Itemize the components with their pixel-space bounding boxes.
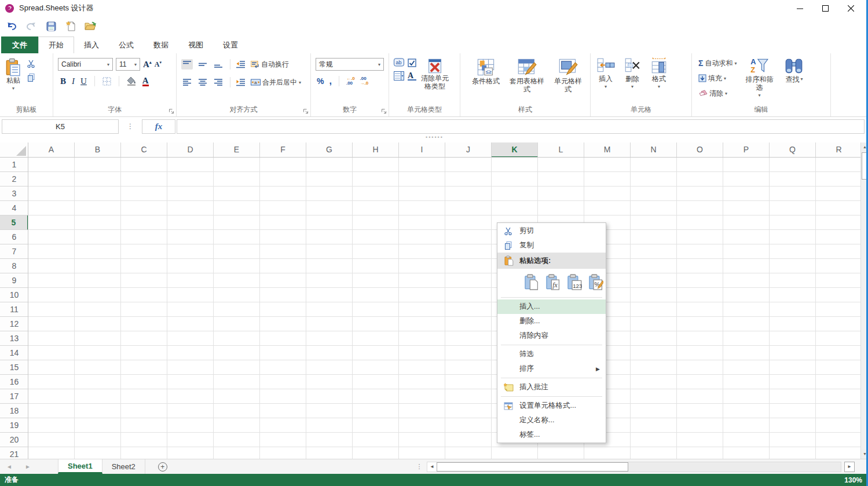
column-header-P[interactable]: P	[723, 142, 770, 158]
menu-item-delete[interactable]: 删除...	[497, 314, 606, 328]
insert-cells-button[interactable]: 插入 ▾	[596, 57, 615, 91]
align-bottom-button[interactable]	[213, 59, 224, 70]
formula-grid-splitter[interactable]: ••••••	[426, 136, 442, 140]
tab-file[interactable]: 文件	[1, 36, 38, 53]
row-header-7[interactable]: 7	[0, 244, 28, 259]
increase-decimal-button[interactable]: ←.0.00	[346, 76, 355, 86]
save-button[interactable]	[44, 19, 58, 33]
sheet-tab-sheet2[interactable]: Sheet2	[102, 459, 145, 474]
row-header-9[interactable]: 9	[0, 273, 28, 288]
tab-view[interactable]: 视图	[178, 36, 213, 53]
row-header-1[interactable]: 1	[0, 158, 28, 172]
menu-item-copy[interactable]: 复制	[497, 238, 606, 253]
sheet-nav-prev-button[interactable]: ◄	[0, 459, 19, 474]
tab-formulas[interactable]: 公式	[109, 36, 144, 53]
cut-button[interactable]	[27, 59, 36, 68]
fill-color-button[interactable]	[127, 76, 137, 86]
select-all-corner[interactable]	[0, 142, 28, 158]
underline-button[interactable]: U	[80, 76, 87, 86]
row-header-10[interactable]: 10	[0, 288, 28, 302]
menu-item-cut[interactable]: 剪切	[497, 224, 606, 238]
sheet-nav-next-button[interactable]: ►	[19, 459, 37, 474]
decrease-decimal-button[interactable]: .00→.0	[360, 76, 369, 86]
new-file-button[interactable]	[64, 19, 78, 33]
column-header-R[interactable]: R	[816, 142, 860, 158]
add-sheet-button[interactable]: +	[145, 459, 180, 474]
increase-font-button[interactable]: A▴	[143, 59, 152, 70]
comma-style-button[interactable]: ,	[329, 76, 331, 86]
column-header-C[interactable]: C	[121, 142, 167, 158]
row-header-6[interactable]: 6	[0, 230, 28, 244]
menu-item-tag[interactable]: 标签...	[497, 427, 606, 442]
clear-celltype-button[interactable]: 清除单元格类型	[420, 58, 450, 90]
row-header-3[interactable]: 3	[0, 187, 28, 201]
column-header-H[interactable]: H	[353, 142, 399, 158]
row-header-15[interactable]: 15	[0, 360, 28, 375]
checkbox-celltype-button[interactable]	[408, 59, 416, 67]
align-top-button[interactable]	[181, 59, 193, 70]
column-header-L[interactable]: L	[538, 142, 584, 158]
clear-button[interactable]: 清除 ▾	[697, 87, 738, 100]
minimize-button[interactable]	[787, 0, 812, 16]
formula-bar-handle[interactable]: ⋮	[119, 122, 142, 130]
zoom-level-label[interactable]: 130%	[844, 476, 862, 484]
align-right-button[interactable]	[213, 77, 224, 87]
column-header-M[interactable]: M	[584, 142, 631, 158]
paste-button-all[interactable]	[523, 272, 540, 292]
horizontal-scrollbar[interactable]: ◄	[427, 462, 841, 472]
italic-button[interactable]: I	[72, 76, 75, 86]
sheet-bar-handle[interactable]: ⋮	[415, 459, 424, 474]
menu-item-format-cells[interactable]: 设置单元格格式...	[497, 399, 606, 413]
redo-button[interactable]	[24, 19, 38, 33]
row-header-18[interactable]: 18	[0, 404, 28, 418]
font-color-button[interactable]: A	[142, 76, 149, 86]
menu-item-insert-comment[interactable]: 插入批注	[497, 380, 606, 394]
wrap-text-button[interactable]: 自动换行	[249, 58, 291, 71]
tab-settings[interactable]: 设置	[213, 36, 248, 53]
row-header-12[interactable]: 12	[0, 317, 28, 331]
column-header-D[interactable]: D	[167, 142, 214, 158]
tab-data[interactable]: 数据	[144, 36, 178, 53]
row-header-2[interactable]: 2	[0, 172, 28, 187]
column-header-E[interactable]: E	[214, 142, 260, 158]
decrease-font-button[interactable]: A▾	[155, 60, 162, 69]
horizontal-scroll-thumb[interactable]	[437, 462, 628, 472]
formula-input[interactable]	[177, 119, 865, 134]
text-celltype-button[interactable]: ab	[394, 58, 404, 67]
cell-styles-button[interactable]: 单元格样式	[550, 57, 586, 93]
format-as-table-button[interactable]: 套用表格样式	[510, 57, 544, 93]
alignment-dialog-launcher[interactable]	[303, 108, 309, 114]
row-header-17[interactable]: 17	[0, 389, 28, 404]
column-header-G[interactable]: G	[306, 142, 353, 158]
menu-item-define-name[interactable]: 定义名称...	[497, 413, 606, 427]
column-header-N[interactable]: N	[631, 142, 677, 158]
column-header-O[interactable]: O	[677, 142, 723, 158]
menu-item-clear-contents[interactable]: 清除内容	[497, 328, 606, 343]
fx-button[interactable]: fx	[142, 119, 175, 134]
name-box[interactable]: K5	[2, 119, 119, 134]
menu-item-filter[interactable]: 筛选	[497, 347, 606, 361]
decrease-indent-button[interactable]	[236, 61, 245, 68]
autosum-button[interactable]: Σ 自动求和 ▾	[697, 57, 738, 70]
paste-button-formulas[interactable]: fx	[544, 272, 562, 292]
font-size-combo[interactable]: 11▾	[116, 58, 140, 71]
sort-filter-button[interactable]: AZ 排序和筛选 ▾	[743, 57, 775, 100]
sheet-tab-sheet1[interactable]: Sheet1	[58, 459, 102, 474]
paste-button[interactable]: 粘贴 ▾	[5, 58, 22, 93]
fill-button[interactable]: 填充 ▾	[697, 72, 738, 85]
align-left-button[interactable]	[181, 77, 193, 87]
conditional-format-button[interactable]: ≤≥ 条件格式	[468, 57, 504, 93]
menu-item-sort[interactable]: 排序 ▶	[497, 361, 606, 376]
tab-home[interactable]: 开始	[38, 36, 74, 53]
row-header-21[interactable]: 21	[0, 447, 28, 459]
number-dialog-launcher[interactable]	[381, 108, 387, 114]
row-header-14[interactable]: 14	[0, 346, 28, 360]
scroll-right-button[interactable]: ►	[844, 462, 855, 472]
align-middle-button[interactable]	[197, 59, 208, 70]
font-name-combo[interactable]: Calibri▾	[58, 58, 113, 71]
row-header-19[interactable]: 19	[0, 418, 28, 433]
menu-item-insert[interactable]: 插入...	[497, 299, 606, 314]
bold-button[interactable]: B	[60, 76, 66, 86]
maximize-button[interactable]	[812, 0, 838, 16]
undo-button[interactable]	[5, 19, 19, 33]
